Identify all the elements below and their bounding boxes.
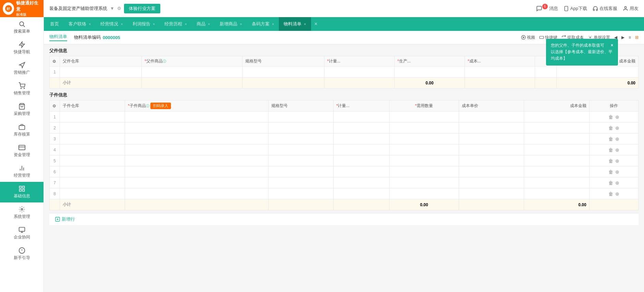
close-all-tabs[interactable]: × [313, 21, 319, 27]
sidebar-item-guide[interactable]: 新手引导 [0, 244, 44, 264]
svg-rect-16 [19, 189, 21, 191]
app-name: 畅捷通好生意 [16, 0, 41, 12]
sidebar-item-operations[interactable]: 经营管理 [0, 161, 44, 182]
parent-product-1[interactable] [142, 67, 242, 78]
sidebar-item-finance[interactable]: 资金管理 [0, 141, 44, 161]
child-warehouse-1[interactable] [60, 112, 125, 122]
child-col-settings[interactable]: ⚙ [50, 101, 60, 112]
child-product-2[interactable] [125, 122, 268, 133]
content-area: 父件信息 × 您的父件、子件的成本取值可以选择【参考成本、最新进价、平均成本】 … [44, 44, 644, 231]
delete-btn-3[interactable]: 🗑 [608, 136, 613, 142]
message-btn[interactable]: 6 消息 [536, 5, 558, 12]
tab-close-operations[interactable]: × [121, 22, 123, 26]
child-qty-2[interactable] [389, 122, 459, 133]
copy-btn-7[interactable]: ⊕ [615, 180, 619, 186]
child-warehouse-2[interactable] [60, 122, 125, 133]
copy-btn-1[interactable]: ⊕ [615, 114, 619, 120]
online-service-btn[interactable]: 在线客服 [593, 5, 617, 12]
copy-btn-8[interactable]: ⊕ [615, 191, 619, 197]
copy-btn-5[interactable]: ⊕ [615, 158, 619, 164]
parent-spec-1[interactable] [242, 67, 324, 78]
delete-btn-5[interactable]: 🗑 [608, 158, 613, 164]
child-spec-2[interactable] [268, 122, 333, 133]
copy-btn-2[interactable]: ⊕ [615, 125, 619, 131]
svg-text:好: 好 [6, 7, 10, 11]
child-unit-1[interactable] [333, 112, 389, 122]
child-table: ⚙ 子件仓库 *子件商品ⓘ 扫码录入 规格型号 *计量... *需用数量 成本单… [49, 100, 639, 210]
delete-btn-4[interactable]: 🗑 [608, 147, 613, 153]
sidebar-item-quick-nav[interactable]: 快捷导航 [0, 38, 44, 58]
sidebar-item-search[interactable]: 搜索菜单 [0, 17, 44, 38]
view-toggle[interactable]: ≡ [629, 35, 631, 40]
tab-goods[interactable]: 商品× [192, 17, 215, 31]
parent-production-1[interactable] [394, 67, 465, 78]
sidebar-item-marketing[interactable]: 营销推广 [0, 58, 44, 79]
page-content: 物料清单 物料清单编码 0000005 视频 快捷键 提取成本 [44, 31, 644, 292]
sidebar-item-system[interactable]: 系统管理 [0, 202, 44, 223]
parent-warehouse-1[interactable] [60, 67, 142, 78]
tab-customer[interactable]: 客户联络× [64, 17, 96, 31]
child-product-1[interactable] [125, 112, 268, 122]
parent-spacer-1 [535, 67, 557, 78]
copy-btn-6[interactable]: ⊕ [615, 169, 619, 175]
col-unit: *计量... [324, 56, 394, 67]
child-unit-2[interactable] [333, 122, 389, 133]
video-btn[interactable]: 视频 [521, 35, 535, 40]
tab-close-goods[interactable]: × [208, 22, 210, 26]
tab-close-history[interactable]: × [185, 22, 187, 26]
tab-close-bom[interactable]: × [304, 22, 306, 26]
sidebar-item-enterprise[interactable]: 企业协同 [0, 223, 44, 244]
sidebar-item-purchase[interactable]: 采购管理 [0, 100, 44, 120]
parent-cost-1[interactable] [465, 67, 535, 78]
tab-profit[interactable]: 利润报告× [128, 17, 160, 31]
tab-close-customer[interactable]: × [89, 22, 91, 26]
dropdown-icon[interactable]: ▼ [110, 6, 114, 11]
scan-input-btn[interactable]: 扫码录入 [150, 103, 171, 109]
child-row-6: 6 🗑⊕ [50, 166, 639, 177]
delete-btn-7[interactable]: 🗑 [608, 180, 613, 186]
sidebar-item-inventory[interactable]: 库存核算 [0, 120, 44, 141]
tab-history[interactable]: 经营历程× [160, 17, 191, 31]
tab-barcode[interactable]: 条码方案× [247, 17, 279, 31]
child-row-1: 1 🗑⊕ [50, 112, 639, 122]
delete-btn-6[interactable]: 🗑 [608, 169, 613, 175]
child-row-7: 7 🗑⊕ [50, 177, 639, 188]
tab-bom[interactable]: 物料清单× [279, 17, 311, 31]
tab-new-goods[interactable]: 新增商品× [215, 17, 247, 31]
child-col-spec: 规格型号 [268, 101, 333, 112]
svg-point-5 [21, 88, 21, 89]
sidebar: 好 畅捷通好生意 标准版 搜索菜单 快捷导航 营销推广 销售管理 采购管理 库存… [0, 0, 44, 292]
tab-close-new-goods[interactable]: × [240, 22, 242, 26]
child-unit-cost-1[interactable] [459, 112, 524, 122]
copy-btn-4[interactable]: ⊕ [615, 147, 619, 153]
delete-btn-2[interactable]: 🗑 [608, 125, 613, 131]
child-unit-cost-2[interactable] [459, 122, 524, 133]
tab-home[interactable]: 首页 [45, 17, 64, 31]
sidebar-item-sales[interactable]: 销售管理 [0, 79, 44, 100]
child-qty-1[interactable] [389, 112, 459, 122]
tab-close-barcode[interactable]: × [272, 22, 274, 26]
copy-btn-3[interactable]: ⊕ [615, 136, 619, 142]
user-btn[interactable]: 用友 [623, 5, 639, 12]
app-download-btn[interactable]: App下载 [564, 5, 587, 12]
sidebar-item-basic-info[interactable]: 基础信息 [0, 182, 44, 202]
add-row-btn[interactable]: 新增行 [55, 216, 75, 222]
svg-marker-4 [19, 42, 24, 48]
parent-unit-1[interactable] [324, 67, 394, 78]
parent-table-wrapper: × 您的父件、子件的成本取值可以选择【参考成本、最新进价、平均成本】 ⚙ 父件仓… [49, 56, 639, 89]
tab-operations[interactable]: 经营情况× [96, 17, 127, 31]
tab-close-profit[interactable]: × [153, 22, 155, 26]
svg-point-35 [590, 37, 591, 38]
nav-next[interactable]: ▶ [621, 35, 624, 40]
trial-button[interactable]: 体验行业方案 [124, 4, 160, 13]
sub-tab-bom-list[interactable]: 物料清单 [49, 34, 67, 41]
child-spec-1[interactable] [268, 112, 333, 122]
delete-btn-1[interactable]: 🗑 [608, 114, 613, 120]
col-settings[interactable]: ⚙ [50, 56, 60, 67]
delete-btn-8[interactable]: 🗑 [608, 191, 613, 197]
expand-icon[interactable]: ⊞ [635, 35, 639, 40]
tooltip-close-btn[interactable]: × [611, 42, 613, 49]
child-amount-1 [524, 112, 589, 122]
settings-icon[interactable]: ⚙ [117, 6, 121, 11]
child-row-4: 4 🗑⊕ [50, 144, 639, 155]
